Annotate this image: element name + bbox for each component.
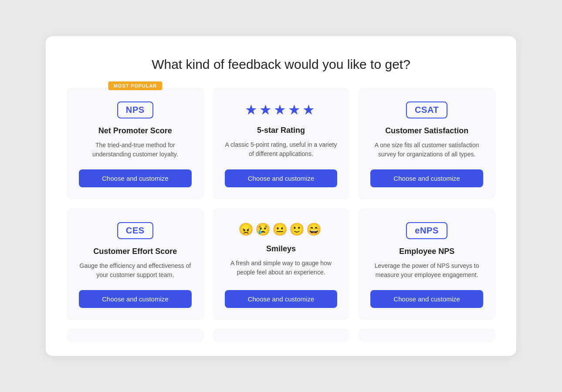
card-desc-enps: Leverage the power of NPS surveys to mea… <box>370 261 483 280</box>
partial-card-2 <box>213 329 350 342</box>
card-desc-five-star: A classic 5-point rating, useful in a va… <box>225 140 338 159</box>
stars-icon: ★★★★★ <box>245 101 317 118</box>
card-desc-nps: The tried-and-true method for understand… <box>79 141 192 159</box>
card-nps: MOST POPULAR NPS Net Promoter Score The … <box>67 88 204 199</box>
card-grid: MOST POPULAR NPS Net Promoter Score The … <box>67 88 495 320</box>
card-desc-csat: A one size fits all customer satisfactio… <box>370 141 483 159</box>
card-title-enps: Employee NPS <box>399 247 454 256</box>
card-title-nps: Net Promoter Score <box>98 126 172 135</box>
card-title-ces: Customer Effort Score <box>93 247 177 256</box>
card-title-csat: Customer Satisfaction <box>385 126 468 135</box>
card-desc-smileys: A fresh and simple way to gauge how peop… <box>225 259 338 280</box>
partial-row <box>67 329 495 342</box>
choose-button-ces[interactable]: Choose and customize <box>79 290 192 308</box>
badge-label-enps: eNPS <box>406 222 447 239</box>
card-desc-ces: Gauge the efficiency and effectiveness o… <box>79 261 192 280</box>
page-title: What kind of feedback would you like to … <box>67 57 495 72</box>
choose-button-nps[interactable]: Choose and customize <box>79 169 192 187</box>
choose-button-enps[interactable]: Choose and customize <box>370 290 483 308</box>
badge-label-ces: CES <box>117 222 153 239</box>
choose-button-smileys[interactable]: Choose and customize <box>225 290 338 308</box>
smileys-icon: 😠😢😐🙂😄 <box>238 222 323 237</box>
most-popular-badge: MOST POPULAR <box>108 81 162 90</box>
badge-label-nps: NPS <box>117 101 153 118</box>
choose-button-csat[interactable]: Choose and customize <box>370 169 483 187</box>
card-ces: CES Customer Effort Score Gauge the effi… <box>67 208 204 320</box>
partial-card-1 <box>67 329 204 342</box>
card-smileys: 😠😢😐🙂😄 Smileys A fresh and simple way to … <box>213 208 350 320</box>
card-title-smileys: Smileys <box>266 244 296 253</box>
main-container: What kind of feedback would you like to … <box>46 36 516 356</box>
card-five-star: ★★★★★ 5-star Rating A classic 5-point ra… <box>213 88 350 199</box>
card-title-five-star: 5-star Rating <box>257 126 305 135</box>
choose-button-five-star[interactable]: Choose and customize <box>225 169 338 187</box>
badge-label-csat: CSAT <box>406 101 447 118</box>
card-enps: eNPS Employee NPS Leverage the power of … <box>358 208 495 320</box>
card-csat: CSAT Customer Satisfaction A one size fi… <box>358 88 495 199</box>
partial-card-3 <box>358 329 495 342</box>
